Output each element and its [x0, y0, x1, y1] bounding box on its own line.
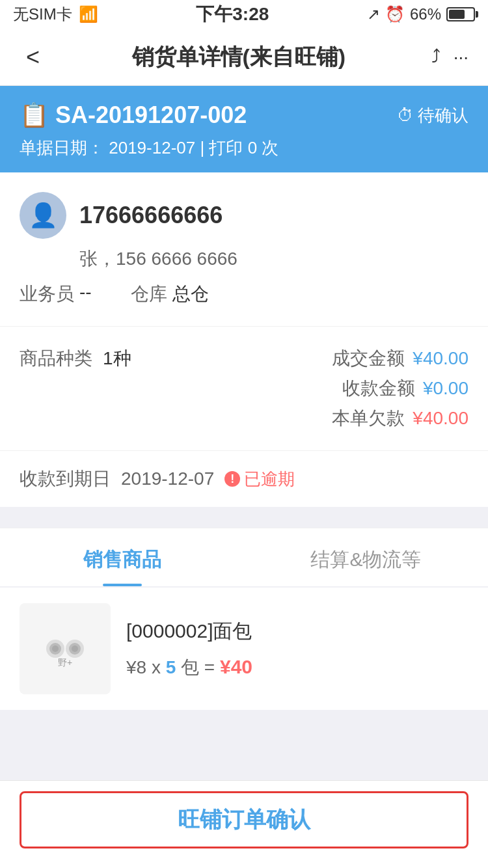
summary-right: 成交金额 ¥40.00 收款金额 ¥0.00 本单欠款 ¥40.00: [332, 346, 468, 431]
due-date-label: 收款到期日: [20, 467, 111, 491]
nav-actions: ⤴ ···: [431, 47, 468, 68]
overdue-icon: !: [224, 471, 240, 487]
warehouse-label: 仓库: [131, 282, 167, 306]
status-right: ↗ ⏰ 66%: [367, 5, 475, 23]
transaction-amount-row: 成交金额 ¥40.00: [332, 346, 468, 371]
product-card: 野+ [0000002]面包 ¥8 x 5 包 = ¥40: [0, 588, 488, 710]
product-type-value: 1种: [103, 346, 131, 371]
summary-section: 商品种类 1种 成交金额 ¥40.00 收款金额 ¥0.00 本单欠款 ¥40.…: [0, 327, 488, 450]
bottom-bar: 旺铺订单确认: [0, 780, 488, 868]
warehouse-value: 总仓: [172, 282, 209, 306]
order-date-row: 单据日期： 2019-12-07 | 打印 0 次: [20, 137, 468, 159]
received-amount-value: ¥0.00: [423, 378, 468, 399]
product-price: ¥8 x 5 包 = ¥40: [126, 655, 468, 680]
tab-settlement[interactable]: 结算&物流等: [244, 528, 488, 586]
warehouse-meta: 仓库 总仓: [131, 282, 209, 306]
customer-phone: 17666666666: [79, 202, 223, 229]
order-status: ⏱ 待确认: [397, 104, 468, 127]
overdue-text: 已逾期: [244, 468, 295, 491]
order-id: 📋 SA-20191207-002: [20, 102, 247, 129]
due-date-value: 2019-12-07: [121, 468, 214, 489]
customer-section: 👤 17666666666 张，156 6666 6666 业务员 -- 仓库 …: [0, 172, 488, 326]
sales-value: --: [79, 282, 92, 306]
price-total: ¥40: [220, 656, 252, 677]
avatar: 👤: [20, 192, 66, 239]
product-section: 野+ [0000002]面包 ¥8 x 5 包 = ¥40: [0, 588, 488, 710]
tabs-row: 销售商品 结算&物流等: [0, 528, 488, 586]
status-time: 下午3:28: [196, 2, 269, 27]
owed-amount-row: 本单欠款 ¥40.00: [332, 406, 468, 431]
svg-point-5: [72, 645, 78, 652]
order-id-icon: 📋: [20, 102, 49, 129]
status-bar: 无SIM卡 📶 下午3:28 ↗ ⏰ 66%: [0, 0, 488, 29]
tab-products[interactable]: 销售商品: [0, 528, 244, 586]
battery-percent: 66%: [410, 5, 441, 23]
owed-amount-label: 本单欠款: [332, 406, 405, 431]
price-per-unit: ¥8: [126, 657, 146, 677]
order-id-row: 📋 SA-20191207-002 ⏱ 待确认: [20, 102, 468, 129]
received-amount-label: 收款金额: [342, 376, 415, 401]
due-date-section: 收款到期日 2019-12-07 ! 已逾期: [0, 451, 488, 507]
customer-name: 张，156 6666 6666: [79, 247, 468, 271]
customer-card: 👤 17666666666 张，156 6666 6666 业务员 -- 仓库 …: [0, 172, 488, 507]
product-info: [0000002]面包 ¥8 x 5 包 = ¥40: [126, 618, 468, 680]
transaction-amount-value: ¥40.00: [413, 348, 468, 369]
location-icon: ↗: [367, 5, 380, 23]
customer-phone-row: 👤 17666666666: [20, 192, 468, 239]
owed-amount-value: ¥40.00: [413, 408, 468, 429]
back-button[interactable]: <: [20, 37, 46, 77]
received-amount-row: 收款金额 ¥0.00: [342, 376, 468, 401]
carrier-label: 无SIM卡: [13, 4, 72, 25]
more-button[interactable]: ···: [454, 47, 468, 68]
svg-text:野+: 野+: [58, 657, 72, 668]
nav-bar: < 销货单详情(来自旺铺) ⤴ ···: [0, 29, 488, 86]
status-left: 无SIM卡 📶: [13, 4, 98, 25]
quantity: 5: [166, 657, 176, 677]
product-thumbnail: 野+: [20, 603, 111, 694]
order-header: 📋 SA-20191207-002 ⏱ 待确认 单据日期： 2019-12-07…: [0, 86, 488, 172]
page-title: 销货单详情(来自旺铺): [132, 42, 346, 72]
sales-meta: 业务员 --: [20, 282, 92, 306]
tabs-section: 销售商品 结算&物流等: [0, 528, 488, 586]
tab-underline: [103, 584, 142, 586]
price-equals: =: [204, 657, 220, 677]
sales-label: 业务员: [20, 282, 74, 306]
alarm-icon: ⏰: [385, 5, 405, 23]
confirm-button[interactable]: 旺铺订单确认: [20, 791, 468, 848]
battery-icon: [446, 7, 475, 21]
summary-left: 商品种类 1种: [20, 346, 332, 371]
product-name: [0000002]面包: [126, 618, 468, 645]
status-clock-icon: ⏱: [397, 105, 414, 126]
customer-meta: 业务员 -- 仓库 总仓: [20, 282, 468, 306]
product-type-label: 商品种类: [20, 346, 92, 371]
overdue-badge: ! 已逾期: [224, 468, 295, 491]
product-logo-svg: 野+: [33, 629, 98, 668]
wifi-icon: 📶: [79, 5, 98, 23]
transaction-amount-label: 成交金额: [332, 346, 405, 371]
svg-point-4: [52, 645, 59, 652]
share-button[interactable]: ⤴: [431, 47, 441, 68]
price-multiply: x: [152, 657, 166, 677]
unit: 包: [181, 657, 199, 677]
thick-divider: [0, 517, 488, 528]
